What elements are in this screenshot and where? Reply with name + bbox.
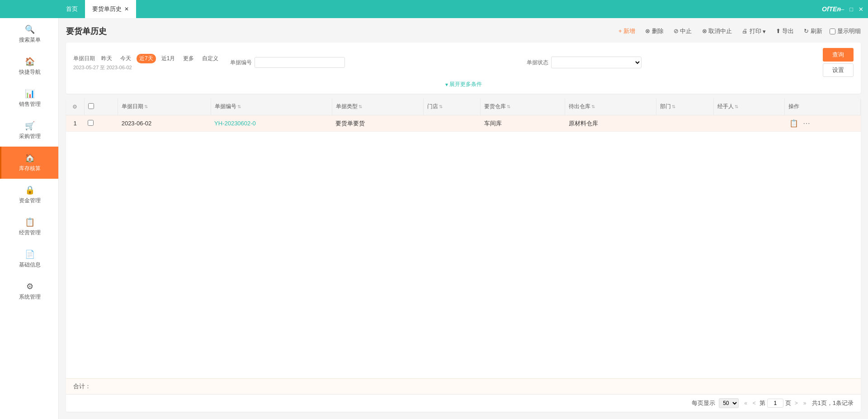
new-button[interactable]: + 新增 bbox=[616, 25, 638, 37]
cart-icon: 🛒 bbox=[25, 121, 35, 131]
shortcut-more[interactable]: 更多 bbox=[180, 54, 197, 63]
total-label: 共1页，1条记录 bbox=[812, 399, 854, 407]
tab-requisition-history[interactable]: 要货单历史 ✕ bbox=[85, 0, 136, 18]
sidebar-item-inventory[interactable]: 🏠 库存核算 bbox=[0, 147, 58, 179]
filter-settings-button[interactable]: 设置 bbox=[823, 63, 854, 77]
sort-icon: ⇅ bbox=[237, 104, 241, 109]
table-body: 1 2023-06-02 YH-20230602-0 要货单要货 车间库 原材料… bbox=[66, 115, 861, 132]
col-doc-type[interactable]: 单据类型⇅ bbox=[332, 98, 423, 115]
status-select[interactable] bbox=[551, 57, 642, 68]
toolbar: + 新增 ⊗ 删除 ⊘ 中止 ⊗ 取消中止 🖨 打印 ▾ ⬆ 导出 bbox=[616, 25, 861, 37]
doc-no-label: 单据编号 bbox=[230, 59, 252, 67]
page-input[interactable] bbox=[767, 399, 783, 408]
stop-button[interactable]: ⊘ 中止 bbox=[671, 25, 695, 37]
sort-icon: ⇅ bbox=[735, 104, 738, 109]
warehouse-icon: 🏠 bbox=[25, 153, 35, 163]
col-settings[interactable]: ⚙ bbox=[66, 98, 84, 115]
sidebar-item-base-info[interactable]: 📄 基础信息 bbox=[0, 243, 58, 275]
col-doc-no[interactable]: 单据编号⇅ bbox=[211, 98, 332, 115]
select-all-checkbox[interactable] bbox=[88, 103, 94, 109]
data-table: ⚙ 单据日期⇅ 单据编号⇅ 单据类型⇅ 门店⇅ 要货仓库⇅ 待出仓库⇅ 部门⇅ … bbox=[66, 98, 861, 132]
sidebar-item-finance-mgmt[interactable]: 🔒 资金管理 bbox=[0, 179, 58, 211]
settings-icon: ⚙ bbox=[72, 104, 77, 110]
view-icon[interactable]: 📋 bbox=[789, 119, 798, 127]
date-shortcuts: 昨天 今天 近7天 近1月 更多 自定义 bbox=[99, 54, 221, 63]
export-button[interactable]: ⬆ 导出 bbox=[773, 25, 797, 37]
minimize-icon[interactable]: — bbox=[838, 6, 844, 13]
sort-icon: ⇅ bbox=[672, 104, 675, 109]
delete-button[interactable]: ⊗ 删除 bbox=[642, 25, 666, 37]
status-filter-group: 单据状态 bbox=[527, 57, 814, 68]
tab-home[interactable]: 首页 bbox=[59, 0, 85, 18]
page-header: 要货单历史 + 新增 ⊗ 删除 ⊘ 中止 ⊗ 取消中止 🖨 打印 ▾ bbox=[66, 25, 861, 37]
shortcut-1month[interactable]: 近1月 bbox=[159, 54, 178, 63]
col-department[interactable]: 部门⇅ bbox=[656, 98, 713, 115]
sidebar-label-inventory: 库存核算 bbox=[19, 165, 41, 172]
sidebar-label-base-info: 基础信息 bbox=[19, 261, 41, 269]
sidebar-item-purchase-mgmt[interactable]: 🛒 采购管理 bbox=[0, 114, 58, 147]
refresh-button[interactable]: ↻ 刷新 bbox=[801, 25, 825, 37]
col-req-warehouse[interactable]: 要货仓库⇅ bbox=[481, 98, 565, 115]
per-page-select[interactable]: 50 bbox=[719, 398, 739, 408]
sort-icon: ⇅ bbox=[144, 104, 148, 109]
row-select-checkbox[interactable] bbox=[88, 120, 94, 126]
last-page-btn[interactable]: » bbox=[802, 399, 808, 407]
close-tab-icon[interactable]: ✕ bbox=[124, 6, 129, 12]
maximize-icon[interactable]: □ bbox=[849, 6, 853, 13]
sidebar-item-system-mgmt[interactable]: ⚙ 系统管理 bbox=[0, 275, 58, 307]
doc-no-link[interactable]: YH-20230602-0 bbox=[214, 120, 256, 127]
sidebar-label-search-menu: 搜索菜单 bbox=[19, 36, 41, 44]
date-label: 单据日期 bbox=[73, 55, 95, 62]
query-button[interactable]: 查询 bbox=[823, 48, 854, 62]
content-area: 要货单历史 + 新增 ⊗ 删除 ⊘ 中止 ⊗ 取消中止 🖨 打印 ▾ bbox=[59, 18, 868, 419]
top-bar: 首页 要货单历史 ✕ OfTEn — □ ✕ bbox=[0, 0, 868, 18]
sidebar-label-sales-mgmt: 销售管理 bbox=[19, 100, 41, 108]
first-page-btn[interactable]: « bbox=[742, 399, 749, 407]
sidebar-item-search-menu[interactable]: 🔍 搜索菜单 bbox=[0, 18, 58, 50]
clipboard-icon: 📋 bbox=[25, 217, 35, 227]
row-doc-no: YH-20230602-0 bbox=[211, 115, 332, 132]
search-icon: 🔍 bbox=[25, 24, 35, 34]
sidebar-label-system-mgmt: 系统管理 bbox=[19, 293, 41, 301]
sidebar: 🔍 搜索菜单 🏠 快捷导航 📊 销售管理 🛒 采购管理 🏠 库存核算 🔒 资金管… bbox=[0, 18, 59, 419]
col-store[interactable]: 门店⇅ bbox=[423, 98, 481, 115]
show-detail-checkbox-group: 显示明细 bbox=[830, 27, 861, 35]
document-icon: 📄 bbox=[25, 249, 35, 259]
col-handler[interactable]: 经手人⇅ bbox=[713, 98, 784, 115]
goto-label: 第 bbox=[760, 399, 765, 407]
close-window-icon[interactable]: ✕ bbox=[859, 6, 863, 13]
table-header: ⚙ 单据日期⇅ 单据编号⇅ 单据类型⇅ 门店⇅ 要货仓库⇅ 待出仓库⇅ 部门⇅ … bbox=[66, 98, 861, 115]
chart-icon: 📊 bbox=[25, 89, 35, 99]
sort-icon: ⇅ bbox=[439, 104, 443, 109]
sidebar-label-operations-mgmt: 经营管理 bbox=[19, 229, 41, 237]
window-controls: — □ ✕ bbox=[838, 6, 863, 13]
shortcut-7days[interactable]: 近7天 bbox=[137, 54, 156, 63]
show-detail-checkbox[interactable] bbox=[830, 29, 835, 34]
cancel-stop-button[interactable]: ⊗ 取消中止 bbox=[699, 25, 735, 37]
per-page-label: 每页显示 bbox=[692, 399, 715, 407]
next-page-btn[interactable]: > bbox=[793, 399, 800, 407]
shortcut-yesterday[interactable]: 昨天 bbox=[99, 54, 115, 63]
table-container: ⚙ 单据日期⇅ 单据编号⇅ 单据类型⇅ 门店⇅ 要货仓库⇅ 待出仓库⇅ 部门⇅ … bbox=[66, 98, 861, 412]
sidebar-item-operations-mgmt[interactable]: 📋 经营管理 bbox=[0, 211, 58, 243]
expand-more-btn[interactable]: ▾ 展开更多条件 bbox=[73, 81, 854, 88]
filter-row: 单据日期 昨天 今天 近7天 近1月 更多 自定义 2023-05-27 至 2… bbox=[73, 48, 854, 77]
chevron-down-icon: ▾ bbox=[445, 81, 448, 88]
shortcut-today[interactable]: 今天 bbox=[118, 54, 134, 63]
sidebar-item-quick-nav[interactable]: 🏠 快捷导航 bbox=[0, 50, 58, 82]
doc-no-filter-group: 单据编号 bbox=[230, 57, 517, 68]
row-operation: 📋 ⋯ bbox=[784, 115, 860, 132]
status-label: 单据状态 bbox=[527, 59, 548, 67]
row-pending-warehouse: 原材料仓库 bbox=[565, 115, 656, 132]
col-pending-warehouse[interactable]: 待出仓库⇅ bbox=[565, 98, 656, 115]
prev-page-btn[interactable]: < bbox=[751, 399, 758, 407]
print-button[interactable]: 🖨 打印 ▾ bbox=[739, 25, 769, 37]
lock-icon: 🔒 bbox=[25, 185, 35, 195]
doc-no-input[interactable] bbox=[255, 57, 345, 68]
col-doc-date[interactable]: 单据日期⇅ bbox=[118, 98, 211, 115]
shortcut-custom[interactable]: 自定义 bbox=[199, 54, 221, 63]
more-icon[interactable]: ⋯ bbox=[803, 119, 810, 127]
row-handler bbox=[713, 115, 784, 132]
summary-bar: 合计： bbox=[66, 378, 861, 394]
sidebar-item-sales-mgmt[interactable]: 📊 销售管理 bbox=[0, 82, 58, 114]
